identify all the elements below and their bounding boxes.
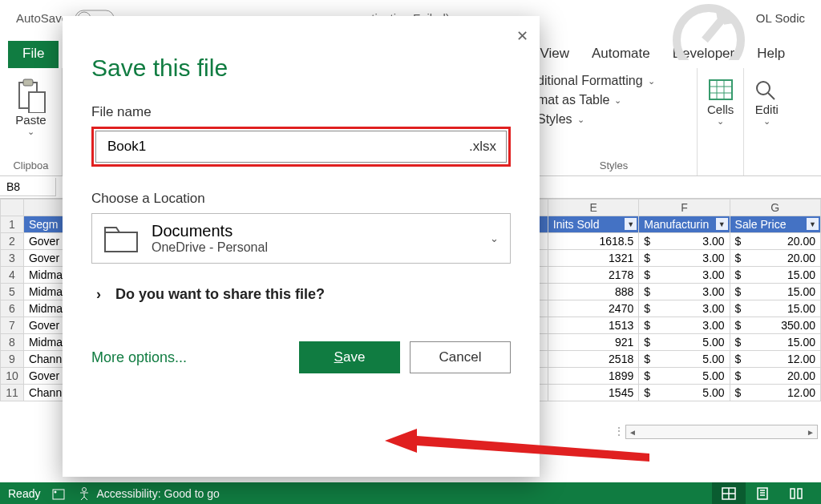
editing-label[interactable]: Editi (755, 103, 779, 116)
cell[interactable]: 1321 (548, 250, 638, 267)
cell[interactable]: $5.00 (639, 351, 730, 368)
horizontal-scrollbar[interactable]: ◄ ► (625, 425, 818, 439)
cell[interactable]: 2178 (548, 267, 638, 284)
svg-rect-6 (710, 80, 732, 99)
cells-label[interactable]: Cells (707, 103, 734, 116)
chevron-down-icon[interactable]: ⌄ (717, 116, 724, 127)
paste-label[interactable]: Paste (15, 113, 46, 127)
cell[interactable]: 1618.5 (548, 233, 638, 250)
cell[interactable]: $3.00 (639, 300, 730, 317)
view-switcher (712, 482, 813, 504)
cell[interactable]: $15.00 (730, 267, 820, 284)
svg-point-14 (55, 490, 57, 493)
row-header[interactable]: 4 (1, 267, 24, 284)
svg-point-15 (83, 487, 87, 491)
location-picker[interactable]: Documents OneDrive - Personal ⌄ (91, 213, 511, 264)
cell[interactable]: $12.00 (730, 351, 820, 368)
col-g[interactable]: G (730, 200, 820, 216)
cell[interactable]: $3.00 (639, 284, 730, 300)
file-extension[interactable]: .xlsx (469, 139, 496, 155)
cell[interactable]: 2470 (548, 300, 638, 317)
cell[interactable]: 1513 (548, 317, 638, 334)
row-header[interactable]: 8 (1, 334, 24, 351)
cell[interactable]: $12.00 (730, 385, 820, 401)
cell[interactable]: $20.00 (730, 368, 820, 385)
row-header[interactable]: 9 (1, 351, 24, 368)
header-units[interactable]: Inits Sold▼ (548, 216, 638, 233)
tab-automate[interactable]: Automate (582, 41, 660, 68)
status-bar: Ready Accessibility: Good to go (0, 482, 821, 504)
filter-icon[interactable]: ▼ (716, 218, 728, 230)
find-icon[interactable] (754, 79, 779, 101)
svg-rect-13 (53, 490, 64, 499)
conditional-formatting[interactable]: ditional Formatting ⌄ (537, 71, 655, 91)
row-header[interactable]: 5 (1, 284, 24, 300)
col-e[interactable]: E (548, 200, 638, 216)
row-header[interactable]: 3 (1, 250, 24, 267)
view-page-break[interactable] (779, 482, 813, 504)
cell[interactable]: 888 (548, 284, 638, 300)
row-header[interactable]: 7 (1, 317, 24, 334)
svg-point-11 (757, 82, 770, 95)
cell[interactable]: 2518 (548, 351, 638, 368)
row-header[interactable]: 1 (1, 216, 24, 233)
cells-icon[interactable] (708, 79, 734, 101)
paste-icon[interactable] (16, 78, 47, 113)
chevron-down-icon[interactable]: ⌄ (27, 127, 34, 137)
chevron-down-icon[interactable]: ⌄ (490, 232, 499, 244)
tab-file[interactable]: File (8, 41, 59, 68)
chevron-down-icon[interactable]: ⌄ (763, 116, 770, 127)
sheet-nav-dots[interactable]: ⋮ (613, 425, 625, 437)
share-expander[interactable]: › Do you want to share this file? (91, 286, 511, 303)
cell[interactable]: $15.00 (730, 334, 820, 351)
cell[interactable]: $350.00 (730, 317, 820, 334)
cell[interactable]: 1545 (548, 385, 638, 401)
file-name-highlight: .xlsx (91, 127, 511, 167)
cell[interactable]: $5.00 (639, 368, 730, 385)
more-options-link[interactable]: More options... (91, 349, 187, 366)
view-normal[interactable] (712, 482, 746, 504)
header-manuf[interactable]: Manufacturin▼ (639, 216, 730, 233)
file-name-input[interactable] (106, 138, 469, 155)
format-as-table[interactable]: mat as Table ⌄ (537, 91, 621, 110)
view-page-layout[interactable] (746, 482, 779, 504)
cell[interactable]: $3.00 (639, 233, 730, 250)
file-name-field[interactable]: .xlsx (95, 131, 507, 163)
cell[interactable]: 921 (548, 334, 638, 351)
cell-styles[interactable]: Styles ⌄ (537, 110, 584, 129)
row-header[interactable]: 6 (1, 300, 24, 317)
scroll-left-icon[interactable]: ◄ (626, 428, 639, 437)
filter-icon[interactable]: ▼ (625, 218, 637, 230)
accessibility-status[interactable]: Accessibility: Good to go (77, 486, 219, 501)
cell[interactable]: $20.00 (730, 250, 820, 267)
user-name: OL Sodic (756, 11, 805, 25)
cell[interactable]: 1899 (548, 368, 638, 385)
row-header[interactable]: 10 (1, 368, 24, 385)
cell[interactable]: $3.00 (639, 250, 730, 267)
scroll-right-icon[interactable]: ► (804, 428, 817, 437)
close-icon[interactable]: ✕ (516, 27, 528, 45)
svg-rect-25 (105, 232, 137, 252)
cell[interactable]: $15.00 (730, 300, 820, 317)
cell[interactable]: $3.00 (639, 317, 730, 334)
svg-rect-24 (798, 489, 802, 498)
corner-cell[interactable] (1, 200, 24, 216)
cell[interactable]: $5.00 (639, 385, 730, 401)
name-box[interactable]: B8 (0, 178, 56, 196)
status-ready: Ready (8, 487, 40, 500)
col-f[interactable]: F (639, 200, 730, 216)
chevron-right-icon: › (96, 286, 101, 303)
macro-record-icon[interactable] (51, 486, 66, 501)
row-header[interactable]: 2 (1, 233, 24, 250)
header-sale[interactable]: Sale Price▼ (730, 216, 820, 233)
cell[interactable]: $20.00 (730, 233, 820, 250)
row-header[interactable]: 11 (1, 385, 24, 401)
cell[interactable]: $15.00 (730, 284, 820, 300)
cell[interactable]: $5.00 (639, 334, 730, 351)
location-sub: OneDrive - Personal (152, 240, 268, 255)
save-button[interactable]: Save (299, 341, 400, 373)
filter-icon[interactable]: ▼ (807, 218, 819, 230)
cell[interactable]: $3.00 (639, 267, 730, 284)
cancel-button[interactable]: Cancel (410, 341, 511, 373)
choose-location-label: Choose a Location (91, 191, 511, 207)
